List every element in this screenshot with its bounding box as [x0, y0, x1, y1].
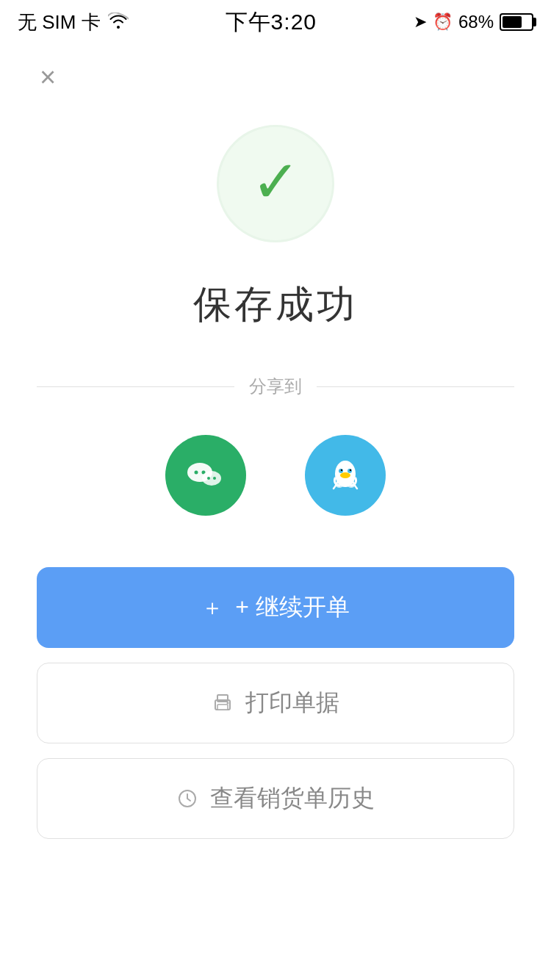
close-icon: × [40, 63, 56, 91]
wifi-icon [108, 11, 129, 34]
plus-icon: ＋ [201, 593, 223, 623]
print-label: 打印单据 [245, 687, 339, 719]
continue-order-button[interactable]: ＋ + 继续开单 [37, 567, 514, 648]
wechat-logo-icon [184, 453, 228, 497]
alarm-icon: ⏰ [433, 12, 453, 32]
status-left: 无 SIM 卡 [18, 10, 129, 35]
main-content: × ✓ 保存成功 分享到 [0, 44, 551, 839]
share-section: 分享到 [37, 375, 514, 398]
svg-point-4 [207, 477, 210, 480]
qq-logo-icon [323, 453, 367, 497]
checkmark-icon: ✓ [251, 153, 300, 212]
view-history-button[interactable]: 查看销货单历史 [37, 758, 514, 839]
svg-point-7 [339, 469, 343, 473]
svg-point-5 [213, 477, 216, 480]
share-divider-left [37, 386, 234, 387]
share-label: 分享到 [234, 375, 317, 398]
close-button[interactable]: × [29, 59, 66, 96]
svg-rect-16 [217, 705, 228, 710]
print-receipt-button[interactable]: 打印单据 [37, 663, 514, 743]
location-icon: ➤ [414, 12, 427, 32]
success-title: 保存成功 [193, 279, 358, 331]
history-icon [176, 788, 198, 810]
svg-point-9 [341, 469, 342, 471]
status-bar: 无 SIM 卡 下午3:20 ➤ ⏰ 68% [0, 0, 551, 44]
printer-icon [212, 692, 234, 714]
qq-share-button[interactable] [305, 435, 386, 516]
share-icons [165, 435, 386, 516]
svg-point-1 [195, 471, 198, 475]
svg-point-11 [340, 472, 350, 478]
battery-icon [500, 13, 533, 31]
battery-percent: 68% [458, 12, 494, 32]
action-buttons: ＋ + 继续开单 打印单据 查看销货单历史 [37, 567, 514, 839]
history-label: 查看销货单历史 [210, 782, 375, 815]
status-right: ➤ ⏰ 68% [414, 12, 533, 32]
svg-point-17 [227, 702, 229, 705]
continue-order-label: + 继续开单 [235, 591, 350, 624]
success-icon-circle: ✓ [217, 125, 334, 242]
share-divider-right [317, 386, 514, 387]
svg-point-10 [350, 469, 351, 471]
carrier-text: 无 SIM 卡 [18, 10, 101, 35]
status-time: 下午3:20 [226, 7, 317, 37]
svg-point-8 [347, 469, 352, 473]
wechat-share-button[interactable] [165, 435, 246, 516]
svg-point-3 [202, 471, 221, 486]
